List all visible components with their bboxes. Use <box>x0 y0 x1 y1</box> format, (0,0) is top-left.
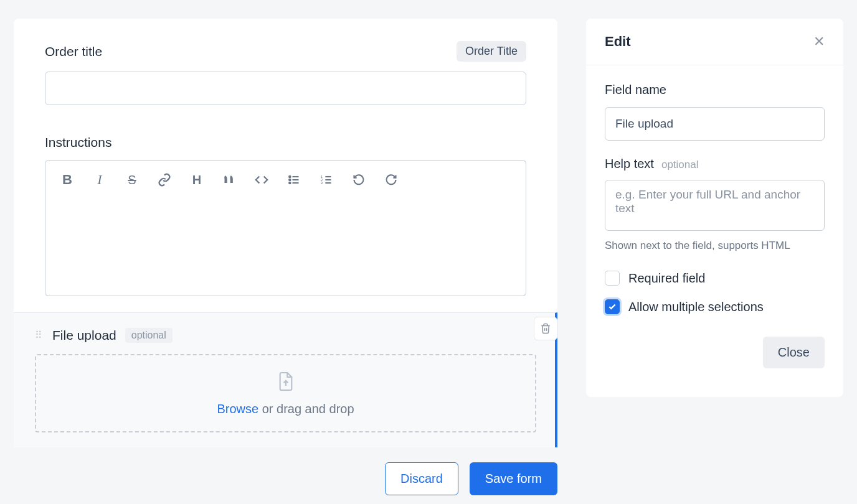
editor-toolbar: B I S H <box>45 160 526 199</box>
numbered-list-icon[interactable]: 123 <box>320 174 333 186</box>
order-title-label: Order title <box>45 44 102 59</box>
order-title-badge: Order Title <box>457 41 526 62</box>
italic-icon[interactable]: I <box>93 172 107 188</box>
delete-field-button[interactable] <box>534 317 557 340</box>
file-upload-title: File upload <box>52 328 116 343</box>
redo-icon[interactable] <box>384 174 398 186</box>
edit-panel: Edit ✕ Field name Help text optional Sho… <box>586 19 843 397</box>
required-field-checkbox[interactable] <box>605 271 620 286</box>
help-text-input[interactable] <box>605 180 825 231</box>
drag-handle-icon[interactable]: ⠿ <box>35 333 44 338</box>
file-dropzone[interactable]: Browse or drag and drop <box>35 354 536 432</box>
svg-point-3 <box>289 176 291 178</box>
close-icon[interactable]: ✕ <box>813 34 825 50</box>
svg-point-4 <box>289 179 291 181</box>
discard-button[interactable]: Discard <box>385 462 458 495</box>
file-upload-icon <box>277 371 295 394</box>
svg-point-5 <box>289 182 291 184</box>
close-button[interactable]: Close <box>763 337 825 368</box>
dropzone-text: Browse or drag and drop <box>217 402 354 416</box>
allow-multiple-label: Allow multiple selections <box>628 300 764 314</box>
help-text-label: Help text <box>605 157 654 171</box>
edit-panel-title: Edit <box>605 34 631 50</box>
link-icon[interactable] <box>158 173 171 187</box>
bold-icon[interactable]: B <box>60 172 74 188</box>
help-text-hint: Shown next to the field, supports HTML <box>605 240 825 252</box>
code-icon[interactable] <box>255 173 268 187</box>
form-actions: Discard Save form <box>14 447 557 495</box>
help-text-optional: optional <box>661 159 699 171</box>
strikethrough-icon[interactable]: S <box>125 173 139 187</box>
required-field-label: Required field <box>628 271 705 286</box>
svg-text:3: 3 <box>321 181 323 185</box>
quote-icon[interactable] <box>222 174 236 186</box>
file-upload-section[interactable]: ⠿ File upload optional Browse or drag an… <box>14 312 557 447</box>
order-title-input[interactable] <box>45 72 526 105</box>
field-name-label: Field name <box>605 83 825 97</box>
allow-multiple-checkbox[interactable] <box>605 299 620 314</box>
bullet-list-icon[interactable] <box>287 174 301 186</box>
instructions-label: Instructions <box>45 135 526 150</box>
undo-icon[interactable] <box>352 174 366 186</box>
field-name-input[interactable] <box>605 107 825 141</box>
heading-icon[interactable]: H <box>190 173 204 187</box>
save-form-button[interactable]: Save form <box>470 462 557 495</box>
optional-badge: optional <box>125 328 173 343</box>
instructions-editor[interactable] <box>45 199 526 296</box>
form-builder-card: Order title Order Title Instructions B I… <box>14 19 557 447</box>
browse-link[interactable]: Browse <box>217 402 258 416</box>
